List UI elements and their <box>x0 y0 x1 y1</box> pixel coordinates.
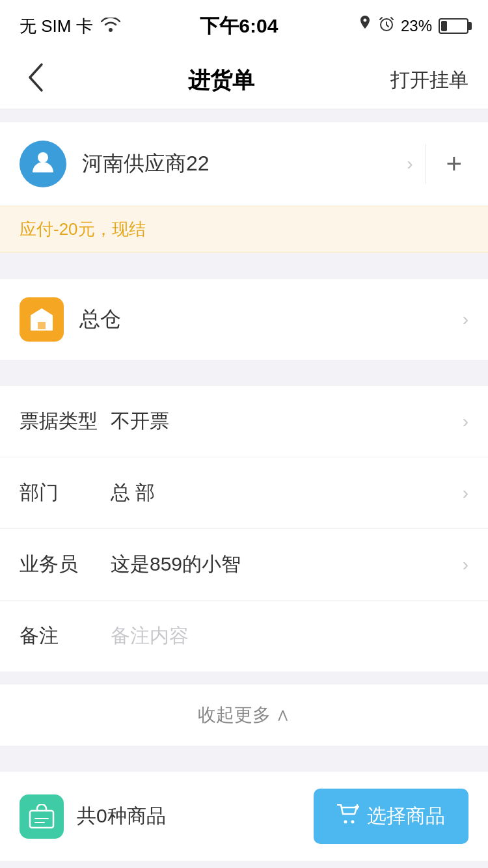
invoice-chevron-icon: › <box>463 411 468 432</box>
product-icon <box>20 794 64 839</box>
department-chevron-icon: › <box>463 483 468 504</box>
wifi-icon <box>101 16 120 36</box>
select-label: 选择商品 <box>367 803 445 830</box>
svg-line-2 <box>386 25 388 27</box>
select-product-button[interactable]: 选择商品 <box>314 789 468 844</box>
alarm-icon <box>379 16 394 37</box>
salesperson-value: 这是859的小智 <box>111 551 456 578</box>
form-row-salesperson[interactable]: 业务员 这是859的小智 › <box>0 529 488 601</box>
divider-form <box>0 360 488 373</box>
warehouse-icon <box>20 297 64 342</box>
battery-label: 23% <box>401 17 432 35</box>
svg-point-8 <box>344 821 347 824</box>
cart-icon <box>337 804 359 828</box>
department-value: 总 部 <box>111 480 456 506</box>
svg-rect-6 <box>38 322 46 330</box>
nav-bar: 进货单 打开挂单 <box>0 52 488 109</box>
form-section: 票据类型 不开票 › 部门 总 部 › 业务员 这是859的小智 › 备注 备注… <box>0 386 488 671</box>
supplier-separator <box>426 144 426 183</box>
carrier-label: 无 SIM 卡 <box>20 15 93 38</box>
status-bar: 无 SIM 卡 下午6:04 23% <box>0 0 488 52</box>
page-title: 进货单 <box>188 66 254 96</box>
form-row-department[interactable]: 部门 总 部 › <box>0 457 488 529</box>
svg-point-9 <box>351 821 355 824</box>
warehouse-chevron-icon: › <box>463 309 468 330</box>
divider-bottom <box>0 746 488 759</box>
svg-line-3 <box>380 18 382 20</box>
status-left: 无 SIM 卡 <box>20 15 120 38</box>
department-label: 部门 <box>20 480 111 506</box>
divider-top <box>0 109 488 122</box>
form-row-invoice[interactable]: 票据类型 不开票 › <box>0 386 488 457</box>
back-button[interactable] <box>20 55 52 106</box>
avatar-person-icon <box>29 148 57 181</box>
salesperson-chevron-icon: › <box>463 554 468 575</box>
svg-line-4 <box>391 18 393 20</box>
notice-text: 应付-20元，现结 <box>20 219 146 239</box>
location-icon <box>358 16 372 37</box>
form-row-remark[interactable]: 备注 备注内容 <box>0 601 488 671</box>
supplier-chevron-icon: › <box>407 154 413 174</box>
warehouse-row[interactable]: 总仓 › <box>0 279 488 360</box>
collapse-row[interactable]: 收起更多 ∧ <box>0 685 488 746</box>
notice-banner: 应付-20元，现结 <box>0 206 488 253</box>
salesperson-label: 业务员 <box>20 551 111 578</box>
main-content: 河南供应商22 › + 应付-20元，现结 总仓 › 票据类型 不开票 › <box>0 109 488 868</box>
invoice-label: 票据类型 <box>20 408 111 435</box>
warehouse-label: 总仓 <box>79 305 456 334</box>
open-pending-button[interactable]: 打开挂单 <box>390 67 468 94</box>
svg-point-5 <box>38 152 48 163</box>
status-right: 23% <box>358 16 468 37</box>
invoice-value: 不开票 <box>111 408 456 435</box>
divider-warehouse <box>0 253 488 266</box>
battery-icon <box>439 18 468 34</box>
collapse-label: 收起更多 ∧ <box>198 703 291 727</box>
time-label: 下午6:04 <box>200 13 278 40</box>
supplier-name: 河南供应商22 <box>82 150 400 178</box>
supplier-section: 河南供应商22 › + 应付-20元，现结 <box>0 122 488 253</box>
remark-placeholder: 备注内容 <box>111 623 468 649</box>
supplier-avatar <box>20 141 66 187</box>
add-supplier-button[interactable]: + <box>439 142 468 186</box>
products-section: 共0种商品 选择商品 <box>0 772 488 861</box>
supplier-row[interactable]: 河南供应商22 › + <box>0 122 488 206</box>
product-count: 共0种商品 <box>77 803 301 830</box>
remark-label: 备注 <box>20 623 111 649</box>
